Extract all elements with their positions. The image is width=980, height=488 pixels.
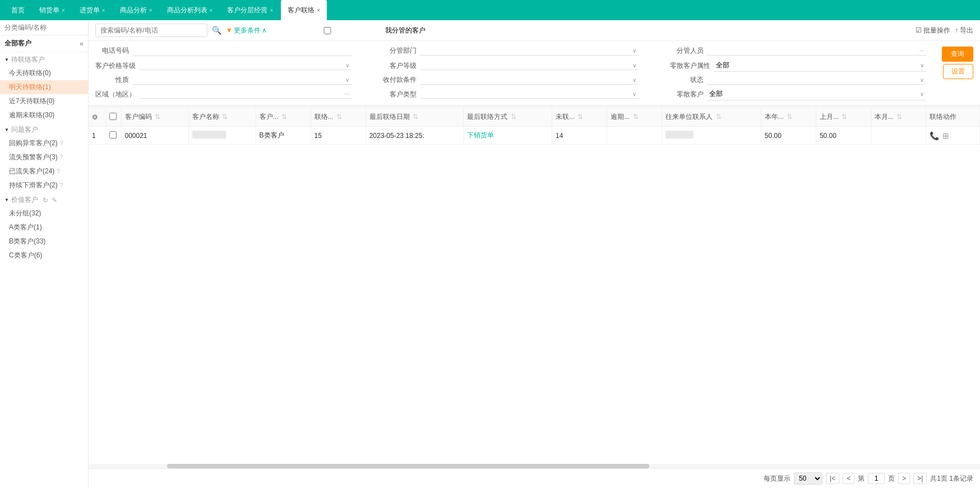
retail-customer-select[interactable]: 全部 ∨ (707, 88, 926, 100)
customer-level-select[interactable]: ∨ (420, 61, 639, 70)
collapse-icon[interactable]: « (80, 40, 84, 48)
region-field: 区域（地区） ··· (95, 90, 352, 99)
refresh-icon[interactable]: ↻ (43, 196, 48, 204)
export-button[interactable]: ↑ 导出 (955, 26, 973, 35)
status-select[interactable]: ∨ (707, 76, 926, 85)
table-row: 1 000021 B类客户 15 2023-05-23 18:25: 下销货单 … (89, 127, 980, 145)
close-icon[interactable]: × (62, 7, 65, 13)
sidebar-item-repurchase-abnormal[interactable]: 回购异常客户(2) ? (0, 136, 88, 150)
sort-icon[interactable]: ⇅ (222, 113, 228, 121)
row-checkbox[interactable] (109, 131, 117, 139)
sidebar-item-7days-contact[interactable]: 近7天待联络(0) (0, 94, 88, 108)
sort-icon[interactable]: ⇅ (511, 113, 516, 121)
price-level-select[interactable]: ∨ (139, 61, 352, 70)
th-this-month: 本月... ⇅ (871, 108, 926, 127)
sort-icon[interactable]: ⇅ (633, 113, 639, 121)
manager-select[interactable]: ··· (707, 47, 926, 56)
chevron-down-icon: ∨ (345, 77, 349, 83)
nav-product-analysis-list[interactable]: 商品分析列表 × (160, 0, 220, 20)
sidebar-item-declining[interactable]: 持续下滑客户(2) ? (0, 178, 88, 192)
sidebar-item-overdue-contact[interactable]: 逾期未联络(30) (0, 108, 88, 122)
sidebar-item-class-a[interactable]: A类客户(1) (0, 220, 88, 234)
horizontal-scrollbar[interactable] (89, 464, 980, 468)
manager-field: 分管人员 ··· (670, 46, 926, 56)
dept-select[interactable]: ∨ (420, 47, 639, 56)
sidebar-item-tomorrow-contact[interactable]: 明天待联络(1) (0, 80, 88, 94)
customer-type-select[interactable]: ∨ (420, 90, 639, 99)
last-page-button[interactable]: >| (913, 473, 927, 484)
page-input[interactable] (868, 473, 885, 484)
th-checkbox[interactable] (105, 108, 121, 127)
close-icon[interactable]: × (270, 7, 273, 13)
sort-icon[interactable]: ⇅ (281, 113, 287, 121)
filter-row-4: 区域（地区） ··· 客户类型 ∨ (95, 88, 926, 100)
batch-ops-button[interactable]: ☑ 批量操作 (916, 26, 950, 35)
phone-input[interactable] (132, 45, 352, 56)
gender-select[interactable]: ∨ (132, 76, 352, 85)
page-size-select[interactable]: 50 100 200 (794, 472, 822, 485)
sidebar-item-class-c[interactable]: C类客户(6) (0, 248, 88, 263)
td-checkbox[interactable] (105, 127, 121, 145)
td-last-contact-method[interactable]: 下销货单 (464, 127, 552, 145)
sidebar-item-lost-customers[interactable]: 已流失客户(24) ? (0, 164, 88, 178)
gender-field: 性质 ∨ (95, 75, 352, 85)
th-last-month: 上月... ⇅ (816, 108, 871, 127)
retail-attr-select[interactable]: 全部 ∨ (714, 59, 926, 72)
my-customers-check[interactable] (271, 27, 383, 34)
td-last-month: 50.00 (816, 127, 871, 145)
close-icon[interactable]: × (102, 7, 105, 13)
sort-icon[interactable]: ⇅ (896, 113, 902, 121)
content-area: 🔍 ▼ 更多条件 ∧ 我分管的客户 ☑ 批量操作 ↑ 导出 (89, 20, 980, 488)
sort-icon[interactable]: ⇅ (413, 113, 418, 121)
edit-icon[interactable]: ✎ (52, 196, 57, 204)
dots-icon: ··· (919, 48, 924, 54)
more-conditions-toggle[interactable]: ▼ 更多条件 ∧ (226, 26, 267, 35)
first-page-button[interactable]: |< (826, 473, 839, 484)
prev-page-button[interactable]: < (843, 473, 854, 484)
close-icon[interactable]: × (149, 7, 152, 13)
payment-select[interactable]: ∨ (420, 76, 639, 85)
my-customers-checkbox[interactable]: 我分管的客户 (271, 26, 426, 35)
sort-icon[interactable]: ⇅ (842, 113, 847, 121)
nav-product-analysis[interactable]: 商品分析 × (113, 0, 159, 20)
region-select[interactable]: ··· (139, 90, 352, 99)
sort-icon[interactable]: ⇅ (577, 113, 583, 121)
scroll-thumb[interactable] (167, 464, 649, 468)
sidebar-item-class-b[interactable]: B类客户(33) (0, 234, 88, 248)
sidebar-item-loss-warning[interactable]: 流失预警客户(3) ? (0, 150, 88, 164)
action-icons: 📞 ⊞ (930, 131, 976, 140)
grid-action-icon[interactable]: ⊞ (942, 131, 949, 140)
th-settings[interactable]: ⚙ (89, 108, 105, 127)
triangle-icon: ▼ (4, 127, 9, 132)
help-icon: ? (60, 140, 63, 146)
sidebar-item-ungrouped[interactable]: 未分组(32) (0, 206, 88, 220)
sort-icon[interactable]: ⇅ (336, 113, 342, 121)
th-unit-contact: 往来单位联系人 ⇅ (662, 108, 761, 127)
nav-customer-tier[interactable]: 客户分层经营 × (220, 0, 280, 20)
checkbox-icon: ☑ (916, 26, 922, 34)
filter-bar: 🔍 ▼ 更多条件 ∧ 我分管的客户 ☑ 批量操作 ↑ 导出 (89, 20, 980, 41)
sort-icon[interactable]: ⇅ (787, 113, 792, 121)
td-name (188, 127, 256, 145)
close-icon[interactable]: × (317, 7, 320, 13)
query-button[interactable]: 查询 (942, 47, 973, 62)
search-input[interactable] (95, 24, 207, 37)
sort-icon[interactable]: ⇅ (155, 113, 160, 121)
sort-icon[interactable]: ⇅ (716, 113, 722, 121)
set-button[interactable]: 设置 (943, 64, 973, 79)
th-this-year: 本年... ⇅ (761, 108, 816, 127)
last-contact-method-link[interactable]: 下销货单 (467, 131, 494, 139)
select-all-checkbox[interactable] (109, 113, 117, 120)
phone-action-icon[interactable]: 📞 (930, 131, 939, 140)
retail-attr-field: 零散客户属性 全部 ∨ (670, 59, 926, 72)
sidebar-search-input[interactable] (4, 24, 89, 31)
next-page-button[interactable]: > (898, 473, 910, 484)
nav-customer-contact[interactable]: 客户联络 × (281, 0, 327, 20)
close-icon[interactable]: × (210, 7, 213, 13)
search-button[interactable]: 🔍 (212, 26, 221, 35)
sidebar-item-today-contact[interactable]: 今天待联络(0) (0, 66, 88, 80)
nav-home[interactable]: 首页 (4, 0, 31, 20)
nav-purchase-order[interactable]: 进货单 × (73, 0, 112, 20)
nav-sales-order[interactable]: 销货单 × (33, 0, 72, 20)
td-this-year: 50.00 (761, 127, 816, 145)
